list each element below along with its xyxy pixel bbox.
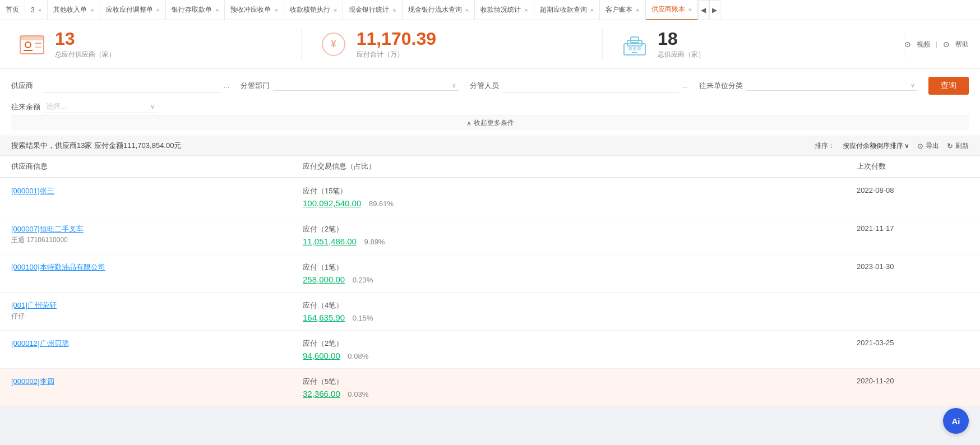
query-button[interactable]: 查询 <box>928 77 969 95</box>
tx-label-5: 应付（2笔） <box>303 339 857 349</box>
collapse-filters-btn[interactable]: ∧ 收起更多条件 <box>11 115 969 130</box>
last-payment-1: 2022-08-08 <box>857 186 894 194</box>
svg-rect-12 <box>628 47 632 50</box>
header-tx-info: 应付交易信息（占比） <box>303 161 857 171</box>
export-icon: ⊙ <box>917 142 923 150</box>
category-filter-label: 往来单位分类 <box>699 81 743 91</box>
refresh-btn[interactable]: ↻ 刷新 <box>947 141 969 151</box>
nav-tab-other-income-close[interactable]: × <box>90 7 94 13</box>
supplier-ellipsis-btn[interactable]: ... <box>224 82 229 90</box>
supplier-link-6[interactable]: [000002]李四 <box>11 377 54 386</box>
balance-filter-label: 往来余额 <box>11 102 40 112</box>
svg-rect-1 <box>20 36 44 40</box>
summary-card-total-suppliers: 18 总供应商（家） <box>603 29 904 59</box>
nav-tab-receipt-stat-close[interactable]: × <box>524 7 528 13</box>
collapse-label: 收起更多条件 <box>474 118 514 128</box>
refresh-label: 刷新 <box>955 141 969 151</box>
payable-total-number: 11,170.39 <box>357 29 436 49</box>
nav-tab-customer-close[interactable]: × <box>636 7 639 13</box>
filter-balance: 往来余额 选择... ∨ <box>11 100 157 113</box>
nav-tab-other-income[interactable]: 其他收入单 × <box>48 0 100 20</box>
nav-tab-supplier-label: 供应商账本 <box>651 4 685 14</box>
nav-tab-overdue[interactable]: 超期应收款查询 × <box>534 0 600 20</box>
person-filter-label: 分管人员 <box>470 81 499 91</box>
supplier-sub-2: 王通 17106110000 <box>11 235 303 245</box>
nav-tab-cash-stat-close[interactable]: × <box>392 7 396 13</box>
nav-tab-cash-stat[interactable]: 现金银行统计 × <box>343 0 402 20</box>
header-supplier-info: 供应商信息 <box>11 161 303 171</box>
last-payment-5: 2021-03-25 <box>857 339 894 347</box>
supplier-cell-1: [000001]张三 <box>11 186 303 196</box>
tx-amount-2[interactable]: 11,051,486.00 <box>303 237 357 246</box>
nav-tab-advance-close[interactable]: × <box>274 7 278 13</box>
top-navigation: 首页 3 × 其他收入单 × 应收应付调整单 × 银行存取款单 × 预收冲应收单… <box>0 0 980 20</box>
tx-cell-4: 应付（4笔） 164,635.90 0.15% <box>303 300 857 322</box>
svg-rect-5 <box>35 47 41 48</box>
table-row: [000001]张三 应付（15笔） 100,092,540.00 89.61%… <box>0 178 980 216</box>
help-link[interactable]: 帮助 <box>955 40 969 49</box>
svg-rect-4 <box>35 43 41 44</box>
sort-value[interactable]: 按应付余额倒序排序 ∨ <box>843 141 909 151</box>
department-chevron-icon: ∨ <box>452 82 456 89</box>
nav-tab-3[interactable]: 3 × <box>25 0 48 20</box>
nav-tab-home[interactable]: 首页 <box>0 0 25 20</box>
nav-tab-3-close[interactable]: × <box>38 7 41 13</box>
last-payment-6: 2020-11-20 <box>857 377 894 385</box>
balance-filter-value: 选择... <box>46 101 67 112</box>
nav-tab-receipt-stat[interactable]: 收款情况统计 × <box>475 0 534 20</box>
table-row: [000007]恒旺二手叉车 王通 17106110000 应付（2笔） 11,… <box>0 216 980 254</box>
summary-bar: 13 总应付供应商（家） ¥ 11,170.39 应付合计（万） <box>0 20 980 69</box>
payable-total-text: 11,170.39 应付合计（万） <box>357 29 436 59</box>
payable-total-icon: ¥ <box>318 29 349 59</box>
header-last-payment: 上次付数 <box>857 161 969 171</box>
nav-tab-supplier-close[interactable]: × <box>688 6 692 13</box>
tx-label-4: 应付（4笔） <box>303 300 857 310</box>
supplier-cell-2: [000007]恒旺二手叉车 王通 17106110000 <box>11 224 303 245</box>
balance-chevron-icon: ∨ <box>150 103 155 110</box>
nav-tab-bank-close[interactable]: × <box>215 7 219 13</box>
collapse-icon: ∧ <box>466 119 471 127</box>
nav-tab-supplier[interactable]: 供应商账本 × <box>646 0 698 20</box>
results-info: 搜索结果中，供应商13家 应付金额111,703,854.00元 <box>11 141 181 151</box>
category-filter-select[interactable]: ∨ <box>746 81 917 91</box>
supplier-link-1[interactable]: [000001]张三 <box>11 187 54 195</box>
department-filter-select[interactable]: ∨ <box>273 81 459 91</box>
nav-tab-adjustment-close[interactable]: × <box>156 7 160 13</box>
video-link[interactable]: 视频 <box>917 40 930 49</box>
results-bar: 搜索结果中，供应商13家 应付金额111,703,854.00元 排序： 按应付… <box>0 136 980 156</box>
sort-value-text: 按应付余额倒序排序 <box>843 141 903 151</box>
nav-tab-adjustment[interactable]: 应收应付调整单 × <box>100 0 166 20</box>
export-btn[interactable]: ⊙ 导出 <box>917 141 939 151</box>
nav-tab-overdue-close[interactable]: × <box>590 7 594 13</box>
nav-tab-collection-close[interactable]: × <box>334 7 337 13</box>
tx-label-2: 应付（2笔） <box>303 224 857 234</box>
tx-amount-4[interactable]: 164,635.90 <box>303 313 345 322</box>
person-ellipsis-btn[interactable]: ... <box>682 82 688 90</box>
person-filter-input[interactable] <box>502 79 679 92</box>
nav-tab-collection[interactable]: 收款核销执行 × <box>284 0 343 20</box>
nav-tab-bank[interactable]: 银行存取款单 × <box>166 0 225 20</box>
supplier-link-5[interactable]: [000012]广州贝瑞 <box>11 339 69 347</box>
nav-tab-cash-flow-close[interactable]: × <box>465 7 469 13</box>
nav-tab-customer[interactable]: 客户账本 × <box>600 0 645 20</box>
filter-department: 分管部门 ∨ <box>241 81 459 91</box>
table-row: [001]广州荣轩 仔仔 应付（4笔） 164,635.90 0.15% <box>0 293 980 331</box>
tx-percent-4: 0.15% <box>353 314 373 322</box>
supplier-link-4[interactable]: [001]广州荣轩 <box>11 300 303 310</box>
filter-row-1: 供应商 ... 分管部门 ∨ 分管人员 ... 往来单位分类 ∨ 查询 <box>11 77 969 95</box>
supplier-link-2[interactable]: [000007]恒旺二手叉车 <box>11 224 303 234</box>
filter-area: 供应商 ... 分管部门 ∨ 分管人员 ... 往来单位分类 ∨ 查询 <box>0 69 980 136</box>
balance-filter-select[interactable]: 选择... ∨ <box>44 100 157 113</box>
nav-left-arrow[interactable]: ◀ <box>698 0 709 20</box>
tx-amount-5[interactable]: 94,600.00 <box>303 351 340 360</box>
nav-tab-cash-flow[interactable]: 现金银行流水查询 × <box>403 0 475 20</box>
supplier-filter-input[interactable] <box>43 79 220 92</box>
supplier-link-3[interactable]: [000100]本特勤油品有限公司 <box>11 263 105 271</box>
tx-amount-3[interactable]: 258,000.00 <box>303 275 345 284</box>
total-suppliers-text: 18 总供应商（家） <box>658 29 705 59</box>
tx-amount-1[interactable]: 100,092,540.00 <box>303 198 361 208</box>
nav-tab-advance[interactable]: 预收冲应收单 × <box>225 0 284 20</box>
tx-amount-6[interactable]: 32,366.00 <box>303 389 340 398</box>
supplier-cell-4: [001]广州荣轩 仔仔 <box>11 300 303 321</box>
nav-right-arrow[interactable]: ▶ <box>709 0 720 20</box>
